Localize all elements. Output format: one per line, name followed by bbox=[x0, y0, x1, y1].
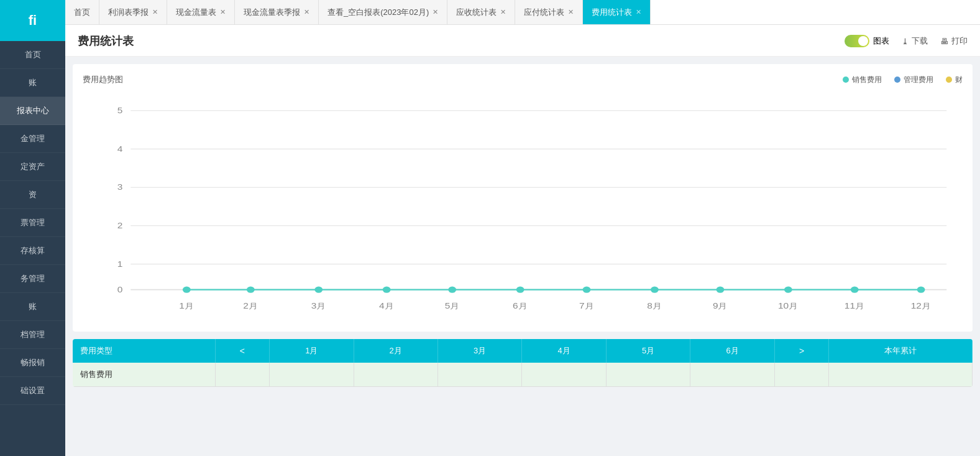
svg-text:5: 5 bbox=[117, 106, 123, 114]
tab-expense-stat-close[interactable]: ✕ bbox=[636, 8, 641, 16]
svg-text:0: 0 bbox=[117, 285, 123, 294]
main-area: 首页 利润表季报 ✕ 现金流量表 ✕ 现金流量表季报 ✕ 查看_空白报表(202… bbox=[65, 0, 980, 456]
sidebar-item-archive[interactable]: 档管理 bbox=[0, 321, 65, 349]
tab-cashflow-q-close[interactable]: ✕ bbox=[304, 8, 309, 16]
table-container: 费用类型 < 1月 2月 3月 4月 5月 6月 > 本年累计 bbox=[73, 339, 973, 387]
col-type: 费用类型 bbox=[73, 339, 215, 363]
tab-profit-label: 利润表季报 bbox=[108, 7, 149, 18]
svg-text:11月: 11月 bbox=[845, 302, 865, 310]
tab-cashflow[interactable]: 现金流量表 ✕ bbox=[167, 0, 235, 24]
sidebar-item-services[interactable]: 务管理 bbox=[0, 265, 65, 293]
svg-point-31 bbox=[651, 286, 659, 292]
svg-text:6月: 6月 bbox=[513, 302, 528, 310]
download-button[interactable]: ⤓ 下载 bbox=[902, 35, 928, 47]
tab-cashflow-q[interactable]: 现金流量表季报 ✕ bbox=[235, 0, 319, 24]
svg-point-29 bbox=[516, 286, 524, 292]
sidebar: fi 首页 账 报表中心 金管理 定资产 资 票管理 存核算 务管理 账 档管理… bbox=[0, 0, 65, 456]
sidebar-item-expense[interactable]: 畅报销 bbox=[0, 349, 65, 377]
sidebar-item-invoice[interactable]: 票管理 bbox=[0, 209, 65, 237]
page-header: 费用统计表 图表 ⤓ 下载 🖶 打印 bbox=[65, 25, 980, 57]
legend-admin: 管理费用 bbox=[894, 75, 933, 85]
chart-toggle-group: 图表 bbox=[845, 35, 889, 47]
legend-admin-label: 管理费用 bbox=[904, 75, 933, 85]
expense-table: 费用类型 < 1月 2月 3月 4月 5月 6月 > 本年累计 bbox=[73, 339, 973, 387]
print-label: 打印 bbox=[951, 35, 968, 47]
tab-receivable[interactable]: 应收统计表 ✕ bbox=[447, 0, 515, 24]
svg-point-32 bbox=[717, 286, 725, 292]
tab-profit-close[interactable]: ✕ bbox=[152, 8, 158, 16]
svg-text:3: 3 bbox=[117, 183, 123, 192]
svg-point-28 bbox=[448, 286, 456, 292]
tab-payable[interactable]: 应付统计表 ✕ bbox=[515, 0, 583, 24]
svg-point-30 bbox=[583, 286, 591, 292]
row-m5 bbox=[606, 363, 690, 387]
sidebar-item-home[interactable]: 首页 bbox=[0, 41, 65, 69]
sidebar-item-assets[interactable]: 定资产 bbox=[0, 153, 65, 181]
svg-point-27 bbox=[383, 286, 391, 292]
col-m4: 4月 bbox=[522, 339, 606, 363]
svg-point-33 bbox=[784, 286, 792, 292]
col-m6: 6月 bbox=[690, 339, 774, 363]
download-icon: ⤓ bbox=[902, 37, 909, 46]
col-nav-next[interactable]: > bbox=[774, 339, 828, 363]
tab-payable-label: 应付统计表 bbox=[524, 7, 564, 18]
svg-text:5月: 5月 bbox=[445, 302, 460, 310]
svg-text:12月: 12月 bbox=[911, 302, 932, 310]
col-total: 本年累计 bbox=[829, 339, 973, 363]
row-nav-next bbox=[774, 363, 828, 387]
svg-text:3月: 3月 bbox=[311, 302, 326, 310]
svg-point-35 bbox=[917, 286, 925, 292]
tab-home[interactable]: 首页 bbox=[65, 0, 99, 24]
tab-blank-report[interactable]: 查看_空白报表(2023年02月) ✕ bbox=[319, 0, 447, 24]
svg-point-25 bbox=[247, 286, 255, 292]
next-arrow[interactable]: > bbox=[795, 346, 808, 356]
tab-profit[interactable]: 利润表季报 ✕ bbox=[99, 0, 167, 24]
svg-point-24 bbox=[183, 286, 191, 292]
tab-receivable-close[interactable]: ✕ bbox=[500, 8, 506, 16]
row-m4 bbox=[522, 363, 606, 387]
tab-cashflow-close[interactable]: ✕ bbox=[220, 8, 226, 16]
svg-text:1月: 1月 bbox=[179, 302, 194, 310]
tab-payable-close[interactable]: ✕ bbox=[568, 8, 574, 16]
chart-container: 费用趋势图 销售费用 管理费用 财 bbox=[73, 64, 973, 332]
svg-text:2: 2 bbox=[117, 221, 123, 230]
tab-expense-stat[interactable]: 费用统计表 ✕ bbox=[583, 0, 651, 24]
sidebar-item-cash[interactable]: 金管理 bbox=[0, 125, 65, 153]
sidebar-item-account[interactable]: 账 bbox=[0, 293, 65, 321]
svg-text:1: 1 bbox=[117, 259, 123, 268]
tab-blank-report-label: 查看_空白报表(2023年02月) bbox=[327, 7, 429, 18]
tab-home-label: 首页 bbox=[74, 7, 90, 18]
row-m3 bbox=[437, 363, 521, 387]
svg-text:2月: 2月 bbox=[243, 302, 258, 310]
sidebar-logo: fi bbox=[0, 0, 65, 41]
chart-title: 费用趋势图 bbox=[83, 74, 123, 85]
print-button[interactable]: 🖶 打印 bbox=[940, 35, 968, 47]
page-content: 费用统计表 图表 ⤓ 下载 🖶 打印 费用趋势图 bbox=[65, 25, 980, 456]
sidebar-item-reports[interactable]: 报表中心 bbox=[0, 97, 65, 125]
table-header-row: 费用类型 < 1月 2月 3月 4月 5月 6月 > 本年累计 bbox=[73, 339, 973, 363]
row-total bbox=[829, 363, 973, 387]
page-title: 费用统计表 bbox=[78, 34, 134, 49]
svg-text:7月: 7月 bbox=[579, 302, 594, 310]
chart-svg-wrapper: 5 4 3 2 1 0 1月 2月 3月 4月 5月 6月 7月 8月 9月 bbox=[83, 91, 963, 322]
legend-finance: 财 bbox=[946, 75, 963, 85]
page-actions: 图表 ⤓ 下载 🖶 打印 bbox=[845, 35, 968, 47]
prev-arrow[interactable]: < bbox=[236, 346, 249, 356]
tab-cashflow-q-label: 现金流量表季报 bbox=[244, 7, 300, 18]
sidebar-item-inventory[interactable]: 存核算 bbox=[0, 237, 65, 265]
row-nav-prev bbox=[215, 363, 269, 387]
col-m5: 5月 bbox=[606, 339, 690, 363]
chart-legend: 销售费用 管理费用 财 bbox=[843, 75, 963, 85]
col-nav-prev[interactable]: < bbox=[215, 339, 269, 363]
legend-sales: 销售费用 bbox=[843, 75, 882, 85]
row-type: 销售费用 bbox=[73, 363, 215, 387]
sidebar-item-salary[interactable]: 资 bbox=[0, 181, 65, 209]
chart-toggle[interactable] bbox=[845, 35, 869, 47]
chart-header: 费用趋势图 销售费用 管理费用 财 bbox=[83, 74, 963, 85]
svg-text:10月: 10月 bbox=[778, 302, 799, 310]
legend-finance-dot bbox=[946, 77, 952, 83]
tab-blank-report-close[interactable]: ✕ bbox=[433, 8, 438, 16]
sidebar-item-ledger[interactable]: 账 bbox=[0, 69, 65, 97]
tabs-bar: 首页 利润表季报 ✕ 现金流量表 ✕ 现金流量表季报 ✕ 查看_空白报表(202… bbox=[65, 0, 980, 25]
sidebar-item-settings[interactable]: 础设置 bbox=[0, 377, 65, 405]
